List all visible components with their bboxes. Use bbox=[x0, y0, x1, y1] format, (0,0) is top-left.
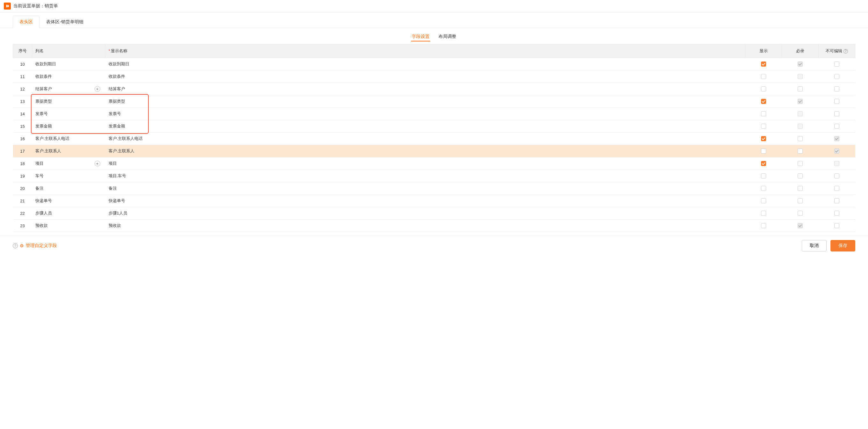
checkbox-show[interactable] bbox=[761, 161, 766, 166]
checkbox-readonly[interactable] bbox=[834, 99, 839, 104]
field-name-label: 收款到期日 bbox=[35, 61, 56, 66]
cell-display-name[interactable]: 票据类型 bbox=[105, 95, 745, 108]
cell-readonly bbox=[819, 83, 855, 95]
field-name-label: 客户.主联系人 bbox=[35, 148, 61, 153]
question-icon[interactable]: ? bbox=[13, 243, 18, 248]
checkbox-required[interactable] bbox=[798, 173, 803, 178]
cell-required bbox=[782, 158, 819, 170]
cell-display-name[interactable]: 结算客户 bbox=[105, 83, 745, 95]
checkbox-required bbox=[798, 223, 803, 228]
col-display-header: *显示名称 bbox=[105, 44, 745, 58]
cell-display-name[interactable]: 预收款 bbox=[105, 220, 745, 232]
cell-name: 票据类型 bbox=[32, 95, 105, 108]
expand-panel-button[interactable] bbox=[4, 3, 11, 9]
checkbox-required[interactable] bbox=[798, 161, 803, 166]
cell-name: 预收款 bbox=[32, 220, 105, 232]
cancel-button[interactable]: 取消 bbox=[802, 240, 827, 252]
checkbox-required[interactable] bbox=[798, 136, 803, 141]
cell-required bbox=[782, 207, 819, 220]
cell-name: 收款到期日 bbox=[32, 58, 105, 70]
cell-display-name[interactable]: 快递单号 bbox=[105, 195, 745, 207]
sub-tab-0[interactable]: 字段设置 bbox=[411, 32, 430, 41]
checkbox-readonly[interactable] bbox=[834, 124, 839, 129]
checkbox-readonly[interactable] bbox=[834, 111, 839, 116]
checkbox-readonly[interactable] bbox=[834, 74, 839, 79]
cell-readonly bbox=[819, 145, 855, 158]
checkbox-readonly bbox=[834, 148, 839, 154]
checkbox-show[interactable] bbox=[761, 223, 766, 228]
checkbox-required bbox=[798, 111, 803, 116]
cell-readonly bbox=[819, 70, 855, 83]
table-row: 18项目+项目 bbox=[13, 158, 855, 170]
cell-required bbox=[782, 220, 819, 232]
outer-tab-1[interactable]: 表体区-销货单明细 bbox=[39, 16, 90, 28]
cell-display-name[interactable]: 步骤1人员 bbox=[105, 207, 745, 220]
cell-readonly bbox=[819, 133, 855, 145]
checkbox-readonly bbox=[834, 136, 839, 141]
field-name-label: 备注 bbox=[35, 186, 43, 191]
checkbox-required[interactable] bbox=[798, 86, 803, 91]
checkbox-readonly[interactable] bbox=[834, 198, 839, 203]
cell-name: 步骤人员 bbox=[32, 207, 105, 220]
cell-name: 发票号 bbox=[32, 108, 105, 120]
header-prefix: 当前设置单据： bbox=[13, 3, 44, 8]
manage-custom-fields-link[interactable]: 管理自定义字段 bbox=[26, 243, 57, 249]
checkbox-show[interactable] bbox=[761, 198, 766, 203]
cell-display-name[interactable]: 收款到期日 bbox=[105, 58, 745, 70]
checkbox-show[interactable] bbox=[761, 173, 766, 178]
cell-seq: 12 bbox=[13, 83, 32, 95]
cell-show bbox=[745, 108, 782, 120]
cell-display-name[interactable]: 客户.主联系人 bbox=[105, 145, 745, 158]
cell-show bbox=[745, 207, 782, 220]
checkbox-readonly[interactable] bbox=[834, 186, 839, 191]
checkbox-readonly[interactable] bbox=[834, 223, 839, 228]
checkbox-show[interactable] bbox=[761, 61, 766, 67]
checkbox-show[interactable] bbox=[761, 99, 766, 104]
checkbox-show[interactable] bbox=[761, 211, 766, 216]
checkbox-show[interactable] bbox=[761, 124, 766, 129]
checkbox-show[interactable] bbox=[761, 111, 766, 116]
save-button[interactable]: 保存 bbox=[830, 240, 855, 252]
field-name-label: 项目 bbox=[35, 161, 43, 166]
cell-display-name[interactable]: 发票金额 bbox=[105, 120, 745, 133]
checkbox-required bbox=[798, 74, 803, 79]
checkbox-readonly[interactable] bbox=[834, 211, 839, 216]
sub-tabs: 字段设置布局调整 bbox=[0, 28, 868, 44]
cell-display-name[interactable]: 项目 bbox=[105, 158, 745, 170]
sub-tab-1[interactable]: 布局调整 bbox=[438, 32, 457, 41]
required-star-icon: * bbox=[108, 49, 110, 53]
cell-seq: 21 bbox=[13, 195, 32, 207]
add-related-button[interactable]: + bbox=[95, 86, 100, 92]
cell-show bbox=[745, 133, 782, 145]
field-name-label: 车号 bbox=[35, 173, 43, 178]
outer-tab-0[interactable]: 表头区 bbox=[13, 16, 39, 28]
cell-display-name[interactable]: 客户.主联系人电话 bbox=[105, 133, 745, 145]
checkbox-show[interactable] bbox=[761, 136, 766, 141]
checkbox-show[interactable] bbox=[761, 74, 766, 79]
add-related-button[interactable]: + bbox=[95, 161, 100, 166]
cell-show bbox=[745, 58, 782, 70]
checkbox-required[interactable] bbox=[798, 198, 803, 203]
field-name-label: 收款条件 bbox=[35, 74, 52, 79]
checkbox-required[interactable] bbox=[798, 186, 803, 191]
cell-show bbox=[745, 145, 782, 158]
field-name-label: 步骤人员 bbox=[35, 211, 52, 216]
cell-display-name[interactable]: 备注 bbox=[105, 182, 745, 195]
checkbox-required[interactable] bbox=[798, 211, 803, 216]
checkbox-readonly[interactable] bbox=[834, 61, 839, 67]
cell-display-name[interactable]: 收款条件 bbox=[105, 70, 745, 83]
checkbox-show[interactable] bbox=[761, 148, 766, 154]
help-icon[interactable]: ? bbox=[843, 49, 848, 54]
cell-seq: 19 bbox=[13, 170, 32, 182]
table-row: 13票据类型票据类型 bbox=[13, 95, 855, 108]
table-row: 14发票号发票号 bbox=[13, 108, 855, 120]
checkbox-readonly[interactable] bbox=[834, 86, 839, 91]
checkbox-readonly[interactable] bbox=[834, 173, 839, 178]
cell-display-name[interactable]: 发票号 bbox=[105, 108, 745, 120]
checkbox-show[interactable] bbox=[761, 186, 766, 191]
cell-required bbox=[782, 95, 819, 108]
checkbox-required[interactable] bbox=[798, 148, 803, 154]
cell-display-name[interactable]: 项目.车号 bbox=[105, 170, 745, 182]
table-row: 15发票金额发票金额 bbox=[13, 120, 855, 133]
checkbox-show[interactable] bbox=[761, 86, 766, 91]
